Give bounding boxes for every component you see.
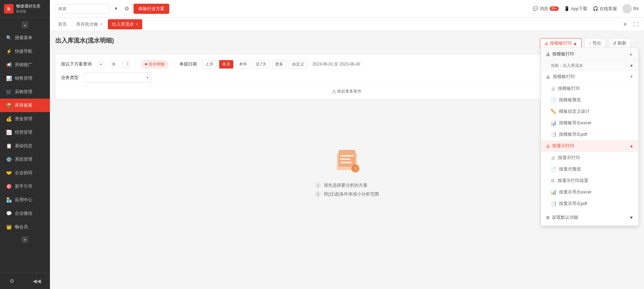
sidebar-bottom: ⚙ ◀◀ bbox=[0, 273, 50, 289]
display-print-item[interactable]: 🖨 按显示打印 bbox=[541, 152, 638, 163]
header-message-btn[interactable]: 💬 消息 99+ bbox=[533, 6, 559, 12]
template-section-toggle-icon: ▼ bbox=[630, 74, 634, 79]
filter-scheme-label: 按以下方案查询 bbox=[61, 61, 92, 67]
app-version: 标准版 bbox=[16, 9, 40, 14]
template-preview-item[interactable]: 📄 按模板预览 bbox=[541, 94, 638, 106]
filter-date-btn-本年[interactable]: 本年 bbox=[236, 60, 250, 69]
filter-date-btn-更多[interactable]: 更多 bbox=[272, 60, 286, 69]
header-user-btn[interactable]: Rit bbox=[622, 4, 639, 14]
display-preview-item[interactable]: 📄 按显示预览 bbox=[541, 163, 638, 175]
print-dropdown-arrows: ▲ bbox=[628, 51, 634, 57]
header-trial-btn[interactable]: 体验行业方案 bbox=[134, 4, 169, 14]
sidebar-label-wechat: 企业微信 bbox=[15, 210, 32, 216]
filter-date-btn-自定义[interactable]: 自定义 bbox=[289, 60, 307, 69]
filter-business-select-wrap: ▼ bbox=[84, 73, 151, 83]
empty-illustration: ! bbox=[330, 143, 364, 177]
user-avatar bbox=[622, 4, 632, 14]
tab-batch[interactable]: 库存批次账× bbox=[72, 19, 107, 29]
print-default-settings-item[interactable]: ⚙ 设置默认功能 ▼ bbox=[546, 212, 634, 223]
filter-scheme-settings-btn[interactable]: ⚙ bbox=[110, 60, 117, 68]
sidebar-item-operations[interactable]: 📈 经营管理 bbox=[0, 126, 50, 139]
filter-divider-2 bbox=[174, 61, 174, 68]
template-design-label: 模板自定义设计 bbox=[559, 108, 590, 114]
sidebar-settings-btn[interactable]: ⚙ bbox=[8, 277, 16, 286]
export-btn[interactable]: ↑ 导出 bbox=[584, 38, 606, 48]
header-search-input[interactable] bbox=[55, 4, 109, 14]
header-gear-btn[interactable]: ⚙ bbox=[123, 5, 131, 13]
display-excel-item[interactable]: 📊 按显示导出excel bbox=[541, 186, 638, 198]
tab-close-batch[interactable]: × bbox=[100, 22, 103, 27]
service-label: 在线客服 bbox=[599, 6, 617, 12]
sidebar-item-search[interactable]: 🔍 搜索菜单 bbox=[0, 31, 50, 45]
sidebar-item-marketing[interactable]: 📢 营销推广 bbox=[0, 58, 50, 72]
tab-flow[interactable]: 出入库流水× bbox=[108, 19, 142, 29]
sidebar-item-finance[interactable]: 💰 资金管理 bbox=[0, 112, 50, 126]
tab-close-all-btn[interactable]: ✕ bbox=[621, 20, 629, 28]
tab-maximize-btn[interactable]: ⛶ bbox=[632, 20, 640, 28]
print-template-header[interactable]: 🖨 按模板打印 ▼ bbox=[541, 71, 638, 82]
display-section-toggle-icon: ▲ bbox=[630, 143, 634, 148]
print-dropdown: 🖨 按模板打印 ▲ 当前：出入库流水 ▼ 🖨 按模板打印 ▼ 🖨 按模板打印 📄… bbox=[541, 47, 639, 226]
sidebar-item-shortcut[interactable]: ⚡ 快捷导航 bbox=[0, 45, 50, 58]
filter-add-btn[interactable]: + bbox=[97, 60, 105, 68]
message-badge: 99+ bbox=[550, 6, 559, 11]
filter-date-btn-上月[interactable]: 上月 bbox=[202, 60, 216, 69]
display-pdf-icon: 📑 bbox=[551, 201, 556, 206]
filter-collapse-arrow-btn[interactable]: 《 bbox=[123, 60, 130, 68]
sidebar-item-basic[interactable]: 📋 基础信息 bbox=[0, 139, 50, 153]
sidebar-collapse-btn[interactable]: ◀◀ bbox=[31, 277, 42, 286]
print-dropdown-up-btn[interactable]: ▲ bbox=[628, 51, 634, 57]
print-display-header[interactable]: 🖨 按显示打印 ▲ bbox=[541, 140, 638, 152]
display-pdf-item[interactable]: 📑 按显示导出pdf bbox=[541, 198, 638, 209]
template-design-item[interactable]: ✏️ 模板自定义设计 bbox=[541, 106, 638, 117]
sidebar-icon-member: 👑 bbox=[5, 224, 12, 230]
sidebar-icon-marketing: 📢 bbox=[5, 61, 12, 68]
sidebar-item-appstore[interactable]: 🏪 应用中心 bbox=[0, 193, 50, 207]
print-label: 按模板打印 bbox=[550, 40, 572, 46]
collapse-label: 收起更多条件 bbox=[337, 88, 361, 94]
display-settings-item[interactable]: ⚙ 按显示打印设置 bbox=[541, 175, 638, 186]
filter-date-btn-近7天[interactable]: 近7天 bbox=[253, 60, 269, 69]
sidebar-item-member[interactable]: 👑 畅会员 bbox=[0, 220, 50, 234]
filter-collapse-btn[interactable]: ⋀ 收起更多条件 bbox=[332, 88, 361, 94]
filter-tag-flow[interactable]: 流水明细 bbox=[141, 60, 168, 68]
toolbar-more-btn[interactable]: ··· bbox=[634, 40, 639, 47]
sidebar-item-wechat[interactable]: 💬 企业微信 bbox=[0, 207, 50, 220]
tab-home[interactable]: 首页 bbox=[54, 19, 71, 29]
empty-step-2: 2 用[过滤]条件来缩小分析范围 bbox=[315, 191, 379, 197]
header-app-download-btn[interactable]: 📱 App下载 bbox=[564, 6, 587, 12]
print-btn[interactable]: 🖨 按模板打印 ▲ bbox=[540, 38, 582, 48]
filter-divider-1 bbox=[136, 61, 136, 68]
sidebar-item-guide[interactable]: 🎯 新手引导 bbox=[0, 180, 50, 193]
print-display-header-left: 🖨 按显示打印 bbox=[546, 143, 574, 149]
message-icon: 💬 bbox=[533, 6, 538, 11]
sidebar-label-purchase: 采购管理 bbox=[15, 89, 32, 95]
tab-label-batch: 库存批次账 bbox=[76, 21, 98, 27]
sidebar-scroll-down[interactable]: ▼ bbox=[22, 236, 28, 243]
sidebar-item-inventory[interactable]: 📦 库存核算 bbox=[0, 99, 50, 112]
template-section-label: 按模板打印 bbox=[553, 74, 575, 80]
header-service-btn[interactable]: 🎧 在线客服 bbox=[593, 6, 617, 12]
sidebar-item-enterprise[interactable]: 🤝 企业协同 bbox=[0, 166, 50, 180]
header-search-dropdown[interactable]: ▼ bbox=[112, 5, 120, 13]
print-dropdown-footer: ⚙ 设置默认功能 ▼ bbox=[541, 209, 638, 226]
sidebar-item-purchase[interactable]: 🛒 采购管理 bbox=[0, 85, 50, 99]
app-logo-icon: b bbox=[4, 4, 13, 14]
print-arrow-icon: ▲ bbox=[573, 41, 578, 46]
footer-settings-label: 设置默认功能 bbox=[552, 214, 578, 220]
sidebar-items: 🔍 搜索菜单 ⚡ 快捷导航 📢 营销推广 📊 销售管理 🛒 采购管理 📦 库存核… bbox=[0, 31, 50, 234]
template-pdf-label: 按模板导出pdf bbox=[559, 131, 587, 137]
sidebar-scroll-up[interactable]: ▲ bbox=[22, 22, 28, 28]
template-pdf-item[interactable]: 📑 按模板导出pdf bbox=[541, 129, 638, 140]
header-right: 💬 消息 99+ 📱 App下载 🎧 在线客服 Rit bbox=[533, 4, 639, 14]
filter-business-select[interactable] bbox=[84, 73, 151, 83]
sidebar-label-inventory: 库存核算 bbox=[15, 102, 32, 108]
sidebar-item-system[interactable]: ⚙️ 系统管理 bbox=[0, 153, 50, 166]
refresh-btn[interactable]: ↺ 刷新 bbox=[608, 38, 631, 48]
sidebar-icon-basic: 📋 bbox=[5, 142, 12, 149]
tab-close-flow[interactable]: × bbox=[136, 22, 138, 27]
template-print-item-1[interactable]: 🖨 按模板打印 bbox=[541, 83, 638, 94]
filter-date-btn-本月[interactable]: 本月 bbox=[219, 60, 233, 69]
template-excel-item[interactable]: 📊 按模板导出excel bbox=[541, 117, 638, 129]
sidebar-item-sales[interactable]: 📊 销售管理 bbox=[0, 72, 50, 85]
